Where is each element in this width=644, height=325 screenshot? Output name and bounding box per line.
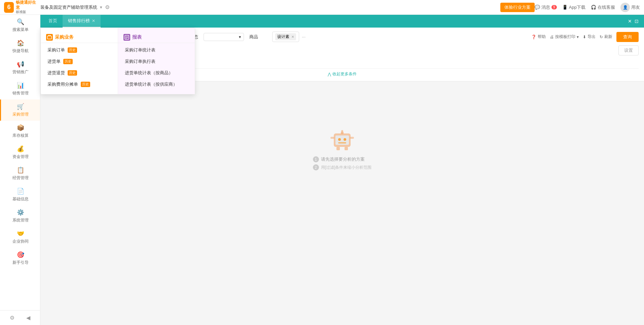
window-expand-icon[interactable]: ⊡ (635, 18, 639, 24)
online-service-label: 在线客服 (598, 4, 615, 10)
sidebar-item-marketing[interactable]: 📢 营销推广 (0, 57, 40, 78)
print-button[interactable]: 🖨 按模板打印 ▾ (550, 34, 579, 40)
sidebar-item-operations[interactable]: 📋 经营管理 (0, 163, 40, 184)
sidebar-label-finance: 资金管理 (12, 154, 29, 160)
basic-info-icon: 📄 (17, 188, 24, 195)
empty-state: 1 请先选择要分析的方案 2 用[过滤]条件来缩小分析范围 (40, 81, 644, 216)
svg-rect-10 (341, 132, 344, 134)
topbar: 6 畅捷通好生意 标准版 装备及固定资产辅助管理系统 ▾ ⚙ 体验行业方案 💬 … (0, 0, 644, 15)
sidebar-label-inventory: 库存核算 (12, 133, 29, 138)
app-download-label: App下载 (569, 4, 585, 10)
phone-icon: 📱 (562, 5, 568, 10)
app-download-action[interactable]: 📱 App下载 (562, 4, 585, 10)
sidebar-item-guide[interactable]: 🎯 新手引导 (0, 248, 40, 269)
tab-close-icon[interactable]: ✕ (92, 18, 95, 23)
set-button[interactable]: 设置 (618, 45, 639, 55)
dropdown-item-purchase-order[interactable]: 采购订单 历史 (41, 44, 118, 56)
logo: 6 畅捷通好生意 标准版 (4, 0, 38, 14)
toolbar-right: ❓ 帮助 🖨 按模板打印 ▾ ⬇ 导出 ↻ 刷新 (531, 32, 639, 42)
report-section-title: 报表 (118, 32, 195, 43)
dropdown-item-order-stats[interactable]: 采购订单统计表 (118, 44, 195, 56)
sidebar-label-guide: 新手引导 (12, 260, 29, 266)
goods-tag-close[interactable]: ✕ (291, 35, 294, 39)
goods-label: 商品 (249, 34, 270, 40)
topbar-title: 装备及固定资产辅助管理系统 ▾ ⚙ (40, 4, 500, 10)
tabbar-controls: ✕ ⊡ (625, 15, 641, 28)
dropdown-item-incoming[interactable]: 进货单 历史 (41, 56, 118, 67)
sidebar-collapse-icon[interactable]: ◀ (26, 315, 30, 321)
order-exec-label: 采购订单执行表 (125, 58, 155, 65)
sidebar-item-basic-info[interactable]: 📄 基础信息 (0, 184, 40, 205)
dropdown-arrow-icon[interactable]: ▾ (100, 5, 102, 10)
enterprise-icon: 🤝 (17, 230, 24, 237)
system-icon: ⚙️ (17, 209, 24, 216)
dropdown-item-incoming-stats-supplier[interactable]: 进货单统计表（按供应商） (118, 79, 195, 90)
purchase-section-icon (46, 34, 53, 41)
history-tag-3: 历史 (68, 70, 77, 76)
dropdown-item-expense[interactable]: 采购费用分摊单 历史 (41, 79, 118, 90)
guide-icon: 🎯 (17, 251, 24, 258)
help-button[interactable]: ❓ 帮助 (531, 34, 546, 40)
dropdown-item-order-exec[interactable]: 采购订单执行表 (118, 56, 195, 67)
sidebar-item-sales[interactable]: 📊 销售管理 (0, 78, 40, 99)
message-action[interactable]: 💬 消息 9 (535, 4, 557, 10)
sales-icon: 📊 (17, 82, 24, 89)
purchase-section-label: 采购业务 (55, 34, 74, 40)
marketing-icon: 📢 (17, 60, 24, 68)
query-button[interactable]: 查询 (616, 32, 639, 42)
sidebar-bottom: ⚙ ◀ (0, 310, 40, 325)
sidebar-item-finance[interactable]: 💰 资金管理 (0, 142, 40, 163)
sidebar-item-enterprise[interactable]: 🤝 企业协同 (0, 227, 40, 248)
tab-home[interactable]: 首页 (43, 15, 63, 28)
industry-button[interactable]: 体验行业方案 (500, 3, 535, 12)
sidebar-item-search[interactable]: 🔍 搜索菜单 (0, 15, 40, 36)
sidebar-settings-icon[interactable]: ⚙ (10, 315, 14, 321)
sidebar-label-sales: 销售管理 (12, 90, 29, 96)
svg-rect-13 (350, 137, 354, 139)
collapse-button[interactable]: ⋀ 收起更多条件 (328, 71, 357, 77)
tabbar: 首页 销售排行榜 ✕ ✕ ⊡ 采购业务 (40, 15, 644, 28)
history-tag-2: 历史 (63, 59, 73, 64)
sidebar: 🔍 搜索菜单 🏠 快捷导航 📢 营销推广 📊 销售管理 🛒 采购管理 📦 库存核… (0, 15, 40, 325)
online-service-action[interactable]: 🎧 在线客服 (591, 4, 615, 10)
sidebar-item-system[interactable]: ⚙️ 系统管理 (0, 205, 40, 227)
expense-label: 采购费用分摊单 (47, 81, 78, 87)
sidebar-label-operations: 经营管理 (12, 175, 29, 181)
tab-sales-ranking[interactable]: 销售排行榜 ✕ (63, 15, 101, 28)
topbar-actions: 💬 消息 9 📱 App下载 🎧 在线客服 👤 用友 (535, 3, 640, 12)
sidebar-item-purchase[interactable]: 🛒 采购管理 (0, 99, 40, 121)
svg-point-8 (344, 138, 346, 141)
goods-filter: 商品 设计素 ✕ ··· (249, 32, 306, 42)
dropdown-item-return[interactable]: 进货退货 历史 (41, 67, 118, 79)
goods-input[interactable]: 设计素 ✕ (272, 32, 299, 42)
svg-point-7 (338, 138, 341, 141)
message-badge: 9 (551, 5, 557, 9)
refresh-icon: ↻ (600, 35, 603, 39)
export-button[interactable]: ⬇ 导出 (583, 34, 596, 40)
user-label: 用友 (631, 4, 640, 10)
svg-rect-12 (330, 137, 334, 139)
logo-icon: 6 (4, 2, 14, 13)
dropdown-item-incoming-stats-goods[interactable]: 进货单统计表（按商品） (118, 67, 195, 79)
hint-icon-2: 2 (313, 164, 319, 170)
history-tag-4: 历史 (81, 82, 90, 87)
order-stats-label: 采购订单统计表 (125, 47, 155, 53)
user-action[interactable]: 👤 用友 (620, 3, 640, 12)
goods-tag: 设计素 ✕ (275, 33, 296, 40)
tab-home-label: 首页 (48, 18, 57, 24)
status-select[interactable]: ▾ (204, 33, 244, 41)
report-section-label: 报表 (132, 34, 142, 40)
refresh-button[interactable]: ↻ 刷新 (600, 34, 612, 40)
report-section: 报表 采购订单统计表 采购订单执行表 进货单统计表（按商品） 进货单统计表（按供… (118, 28, 195, 94)
sidebar-item-inventory[interactable]: 📦 库存核算 (0, 121, 40, 142)
logo-text: 畅捷通好生意 (16, 0, 38, 10)
system-title: 装备及固定资产辅助管理系统 (40, 4, 97, 10)
window-close-icon[interactable]: ✕ (628, 18, 632, 24)
print-icon: 🖨 (550, 35, 554, 39)
settings-icon[interactable]: ⚙ (105, 4, 110, 10)
goods-ellipsis[interactable]: ··· (302, 34, 306, 39)
message-label: 消息 (541, 4, 550, 10)
incoming-stats-supplier-label: 进货单统计表（按供应商） (125, 81, 177, 87)
sidebar-item-quick-nav[interactable]: 🏠 快捷导航 (0, 36, 40, 57)
search-icon: 🔍 (17, 18, 24, 26)
